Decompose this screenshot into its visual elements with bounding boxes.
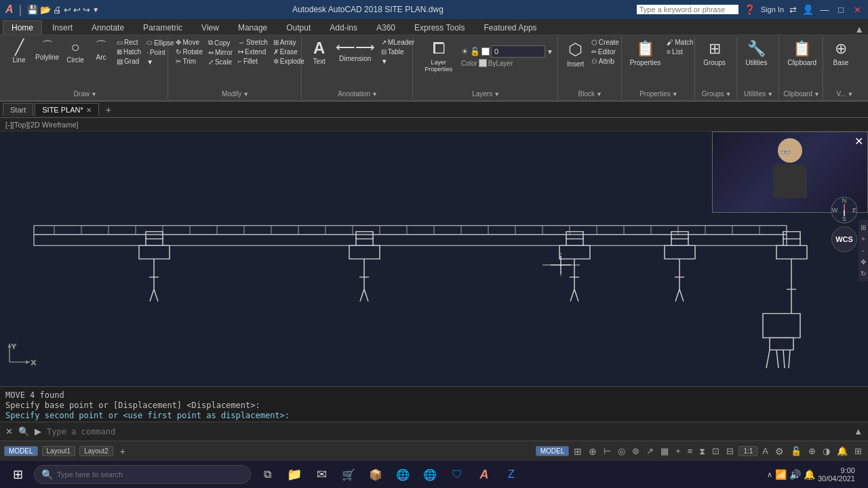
tab-siteplan[interactable]: SITE PLAN* ✕ <box>35 103 99 116</box>
extend-button[interactable]: ↦ Extend <box>236 47 270 56</box>
draw-expand-icon[interactable]: ▼ <box>91 91 97 98</box>
rectangle-button[interactable]: ▭ Rect <box>115 38 143 47</box>
cmd-search-btn[interactable]: 🔍 <box>16 426 32 436</box>
close-button[interactable]: ✕ <box>852 4 863 15</box>
circle-button[interactable]: ○ Circle <box>63 38 87 66</box>
windows-start-button[interactable]: ⊞ <box>3 462 33 487</box>
line-button[interactable]: ╱ Line <box>7 38 31 66</box>
model-indicator-btn[interactable]: MODEL <box>536 446 570 456</box>
chrome-btn[interactable]: 🌐 <box>418 462 442 487</box>
ribbon-collapse-btn[interactable]: ▲ <box>850 24 868 35</box>
system-clock[interactable]: 9:00 30/04/2021 <box>818 466 855 483</box>
user-icon[interactable]: 👤 <box>802 4 814 15</box>
status-sel-btn[interactable]: ⊡ <box>710 446 722 456</box>
status-ducs-btn[interactable]: ▦ <box>658 446 671 456</box>
amazon-btn[interactable]: 🛒 <box>336 462 361 487</box>
utilities-label[interactable]: Utilities ▼ <box>743 90 774 98</box>
utilities-expand-icon[interactable]: ▼ <box>767 91 773 98</box>
add-tab-button[interactable]: + <box>100 102 117 117</box>
status-notification-btn[interactable]: 🔔 <box>835 446 850 456</box>
task-view-btn[interactable]: ⧉ <box>255 462 279 487</box>
layers-expand-icon[interactable]: ▼ <box>494 91 500 98</box>
base-button[interactable]: ⊕ Base <box>829 38 853 68</box>
command-input[interactable] <box>44 427 851 436</box>
dimension-button[interactable]: ⟵⟶ Dimension <box>333 38 378 64</box>
tab-start[interactable]: Start <box>3 103 33 116</box>
title-search-input[interactable] <box>637 5 738 14</box>
status-lock-btn[interactable]: 🔓 <box>789 446 804 456</box>
groups-expand-icon[interactable]: ▼ <box>726 91 732 98</box>
define-attrib-button[interactable]: ⚇ Attrib <box>589 57 621 66</box>
modify-label[interactable]: Modify ▼ <box>174 90 296 98</box>
annotation-expand-icon[interactable]: ▼ <box>372 91 378 98</box>
trim-button[interactable]: ✂ Trim <box>174 57 204 66</box>
status-hardware-btn[interactable]: ⊕ <box>806 446 818 456</box>
tab-insert[interactable]: Insert <box>43 20 81 35</box>
dropbox-btn[interactable]: 📦 <box>363 462 388 487</box>
add-layout-btn[interactable]: + <box>117 446 128 457</box>
tab-addins[interactable]: Add-ins <box>321 20 366 35</box>
layers-label[interactable]: Layers ▼ <box>418 90 553 98</box>
clipboard-label[interactable]: Clipboard ▼ <box>785 90 818 98</box>
status-polar-btn[interactable]: ◎ <box>616 446 627 456</box>
wcs-indicator[interactable]: WCS <box>831 226 857 252</box>
pan-btn[interactable]: ✥ <box>859 257 867 267</box>
utilities-button[interactable]: 🔧 Utilities <box>743 38 770 68</box>
sign-in-button[interactable]: Sign In <box>761 5 784 14</box>
tab-output[interactable]: Output <box>277 20 319 35</box>
zoom-extents-btn[interactable]: ⊞ <box>859 222 867 232</box>
properties-expand-icon[interactable]: ▼ <box>672 91 678 98</box>
annotation-expand[interactable]: ▼ <box>379 57 416 66</box>
zoom-in-btn[interactable]: + <box>860 234 867 244</box>
help-icon[interactable]: ❓ <box>744 4 755 15</box>
properties-button[interactable]: 📋 Properties <box>627 38 664 68</box>
modify-expand-icon[interactable]: ▼ <box>243 91 249 98</box>
quick-access-toolbar[interactable]: 💾 📂 🖨 ↩ ↩ ↪ ▼ <box>27 5 99 15</box>
minimize-button[interactable]: — <box>819 4 830 15</box>
camera-close-button[interactable]: ✕ <box>854 135 863 148</box>
create-block-button[interactable]: ⬡ Create <box>589 38 621 47</box>
status-ortho-btn[interactable]: ⊢ <box>601 446 613 456</box>
match-prop-button[interactable]: 🖌 Match <box>665 38 695 47</box>
rotate-button[interactable]: ↻ Rotate <box>174 47 204 56</box>
mleader-button[interactable]: ↗ MLeader <box>379 38 416 47</box>
annotation-label[interactable]: Annotation ▼ <box>307 90 409 98</box>
zoom-out-btn[interactable]: - <box>861 245 865 256</box>
orbit-btn[interactable]: ↻ <box>859 268 867 279</box>
canvas-area[interactable]: X Y ✕ 👓 <box>0 131 868 386</box>
maximize-button[interactable]: □ <box>835 4 846 15</box>
stretch-button[interactable]: ↔ Stretch <box>236 38 270 47</box>
tab-home[interactable]: Home <box>3 20 42 35</box>
erase-button[interactable]: ✗ Erase <box>271 47 307 56</box>
copy-button[interactable]: ⧉ Copy <box>206 38 235 47</box>
layer-selector[interactable] <box>491 45 545 58</box>
notifications-icon[interactable]: 🔔 <box>804 469 815 480</box>
explode-button[interactable]: ✲ Explode <box>271 57 307 66</box>
status-lw-btn[interactable]: ≡ <box>686 446 695 456</box>
table-button[interactable]: ⊟ Table <box>379 47 416 56</box>
mirror-button[interactable]: ⇔ Mirror <box>206 48 235 57</box>
block-label[interactable]: Block ▼ <box>564 90 617 98</box>
close-siteplan-tab[interactable]: ✕ <box>86 106 92 114</box>
status-dyn-btn[interactable]: + <box>673 446 683 456</box>
fillet-button[interactable]: ⌐ Fillet <box>236 57 270 66</box>
block-expand-icon[interactable]: ▼ <box>596 91 602 98</box>
block-editor-button[interactable]: ✏ Editor <box>589 47 621 56</box>
status-snap-btn[interactable]: ⊕ <box>587 446 599 457</box>
scale-button[interactable]: ⤢ Scale <box>206 58 235 66</box>
taskbar-search-input[interactable] <box>57 470 243 479</box>
status-isolate-btn[interactable]: ◑ <box>821 446 832 456</box>
cmd-arrow-btn[interactable]: ▶ <box>32 426 44 436</box>
status-settings-btn[interactable]: ⚙ <box>773 446 786 457</box>
cmd-cancel-btn[interactable]: ✕ <box>3 426 16 436</box>
tray-up-arrow[interactable]: ∧ <box>767 470 772 479</box>
gradient-button[interactable]: ▤ Grad <box>115 57 143 66</box>
list-button[interactable]: ≡ List <box>665 47 695 56</box>
browser1-btn[interactable]: 🌐 <box>391 462 415 487</box>
cmd-scroll-up[interactable]: ▲ <box>851 426 865 436</box>
polyline-button[interactable]: ⌒ Polyline <box>33 38 62 63</box>
status-osnap-btn[interactable]: ⊛ <box>630 446 642 456</box>
layer-properties-button[interactable]: ⧠ Layer Properties <box>418 38 458 75</box>
move-button[interactable]: ✥ Move <box>174 38 204 47</box>
zoom-btn[interactable]: Z <box>499 462 524 487</box>
